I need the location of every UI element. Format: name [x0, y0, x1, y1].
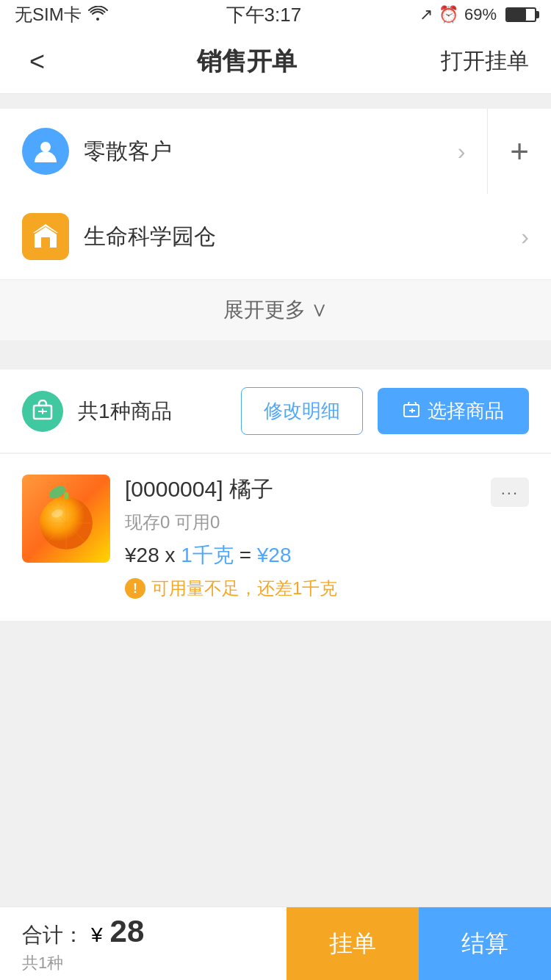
total-label: 合计：	[22, 921, 84, 949]
status-time: 下午3:17	[226, 2, 302, 28]
svg-rect-1	[41, 237, 50, 248]
customer-name: 零散客户	[84, 137, 458, 167]
warehouse-row[interactable]: 生命科学园仓 ›	[0, 194, 551, 280]
product-price: ¥28 x 1千克 = ¥28	[125, 541, 476, 569]
product-stock: 现存0 可用0	[125, 511, 476, 534]
customer-left[interactable]: 零散客户 ›	[0, 109, 488, 194]
select-product-button[interactable]: 选择商品	[378, 388, 529, 434]
product-count-text: 共1种商品	[78, 397, 226, 425]
product-header: 共1种商品 修改明细 选择商品	[0, 370, 551, 453]
warehouse-chevron-icon: ›	[521, 223, 529, 251]
open-hang-button[interactable]: 打开挂单	[441, 46, 529, 76]
checkout-button[interactable]: 结算	[419, 907, 551, 980]
footer: 合计： ¥ 28 共1种 挂单 结算	[0, 907, 551, 980]
status-left: 无SIM卡	[15, 3, 108, 26]
divider-top	[0, 94, 551, 109]
customer-section: 零散客户 › +	[0, 109, 551, 194]
footer-total: 合计： ¥ 28 共1种	[0, 907, 287, 980]
status-bar: 无SIM卡 下午3:17 ↗ ⏰ 69%	[0, 0, 551, 29]
wifi-icon	[87, 4, 108, 25]
total-sub: 共1种	[22, 952, 264, 974]
battery-percent: 69%	[464, 5, 497, 24]
product-image	[22, 475, 110, 563]
location-icon: ↗	[419, 5, 433, 24]
divider-mid	[0, 340, 551, 355]
nav-bar: < 销售开单 打开挂单	[0, 29, 551, 94]
battery-icon	[505, 7, 536, 22]
product-item: [0000004] 橘子 现存0 可用0 ¥28 x 1千克 = ¥28 ! 可…	[0, 454, 551, 621]
svg-point-0	[40, 142, 51, 152]
customer-chevron-icon: ›	[458, 138, 466, 165]
currency-symbol: ¥	[91, 923, 103, 947]
product-warning: ! 可用量不足，还差1千克	[125, 577, 476, 600]
price-value: ¥28	[125, 544, 159, 566]
svg-rect-15	[64, 492, 68, 500]
hang-button[interactable]: 挂单	[287, 907, 419, 980]
customer-avatar	[22, 128, 69, 175]
price-multiply: x	[165, 544, 181, 566]
warning-text: 可用量不足，还差1千克	[151, 577, 337, 600]
price-quantity: 1千克	[181, 544, 234, 566]
page-title: 销售开单	[197, 45, 297, 79]
price-total: ¥28	[257, 544, 292, 566]
content-area: 零散客户 › + 生命科学园仓 › 展开更多 ∨	[0, 94, 551, 959]
status-right: ↗ ⏰ 69%	[419, 5, 536, 24]
alarm-icon: ⏰	[439, 5, 458, 24]
product-info: [0000004] 橘子 现存0 可用0 ¥28 x 1千克 = ¥28 ! 可…	[125, 475, 476, 600]
expand-chevron-icon: ∨	[311, 298, 328, 321]
edit-detail-button[interactable]: 修改明细	[241, 387, 363, 435]
back-button[interactable]: <	[22, 39, 52, 84]
warehouse-icon	[22, 213, 69, 260]
product-name: [0000004] 橘子	[125, 475, 476, 505]
warning-icon: !	[125, 578, 145, 599]
carrier-text: 无SIM卡	[15, 3, 82, 26]
expand-label: 展开更多	[223, 298, 306, 321]
product-more-button[interactable]: ···	[491, 478, 529, 507]
product-id: [0000004]	[125, 477, 223, 501]
total-row: 合计： ¥ 28	[22, 914, 264, 949]
expand-more-button[interactable]: 展开更多 ∨	[0, 280, 551, 340]
add-customer-button[interactable]: +	[488, 114, 551, 189]
warehouse-name: 生命科学园仓	[84, 222, 521, 252]
select-product-label: 选择商品	[428, 398, 504, 424]
product-count-icon	[22, 391, 63, 432]
total-amount: 28	[110, 914, 145, 949]
price-equals: =	[240, 544, 257, 566]
